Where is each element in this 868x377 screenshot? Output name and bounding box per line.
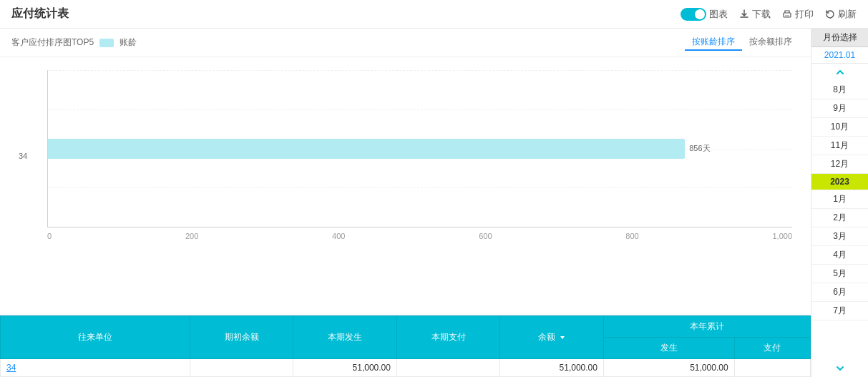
grid-line-2 (48, 109, 792, 110)
chart-toggle-label: 图表 (709, 8, 728, 21)
chevron-down-icon (834, 363, 846, 374)
table-body: 34 51,000.00 51,000.00 51,000.00 (1, 359, 811, 377)
sort-icon (559, 334, 566, 341)
grid-line-1 (48, 70, 792, 71)
main-content: 客户应付排序图TOP5 账龄 按账龄排序 按余额排序 (0, 29, 868, 377)
sort-by-age-btn[interactable]: 按账龄排序 (685, 34, 742, 51)
chart-sort-buttons: 按账龄排序 按余额排序 (685, 34, 799, 51)
x-label-4: 800 (625, 232, 638, 240)
y-axis-label: 34 (19, 152, 27, 160)
col-balance-header: 余额 (500, 316, 604, 359)
sidebar-month-12[interactable]: 12月 (811, 155, 868, 174)
table-section: 往来单位 期初余额 本期发生 本期支付 余额 本年累计 (0, 315, 811, 377)
chart-toggle-switch[interactable] (681, 8, 706, 21)
sidebar-month-1[interactable]: 1月 (811, 190, 868, 209)
sidebar-month-11[interactable]: 11月 (811, 137, 868, 155)
chart-inner: 856天 34 0 200 400 600 800 1,000 (11, 63, 799, 249)
table-header-row: 往来单位 期初余额 本期发生 本期支付 余额 本年累计 (1, 316, 811, 338)
legend-title: 客户应付排序图TOP5 (11, 36, 94, 49)
data-table: 往来单位 期初余额 本期发生 本期支付 余额 本年累计 (0, 315, 811, 377)
header-actions: 图表 下载 打印 刷新 (681, 8, 857, 21)
chart-legend: 客户应付排序图TOP5 账龄 (11, 36, 137, 49)
cell-ytd-occur: 51,000.00 (603, 359, 734, 377)
chart-section: 客户应付排序图TOP5 账龄 按账龄排序 按余额排序 (0, 29, 811, 377)
sidebar-month-8[interactable]: 8月 (811, 81, 868, 99)
legend-color-box (99, 39, 114, 47)
sidebar-month-5[interactable]: 5月 (811, 265, 868, 283)
legend-item-label: 账龄 (120, 36, 137, 49)
col-ytd-pay-header: 支付 (734, 338, 810, 359)
x-label-1: 200 (185, 232, 198, 240)
cell-opening (190, 359, 293, 377)
print-action[interactable]: 打印 (782, 8, 814, 21)
col-opening-header: 期初余额 (190, 316, 293, 359)
sidebar-header: 月份选择 (811, 29, 868, 47)
sidebar-month-7[interactable]: 7月 (811, 302, 868, 320)
cell-balance: 51,000.00 (500, 359, 604, 377)
table-wrapper: 往来单位 期初余额 本期发生 本期支付 余额 本年累计 (0, 315, 811, 377)
print-label: 打印 (795, 8, 814, 21)
page-title: 应付统计表 (11, 6, 69, 21)
grid-line-4 (48, 187, 792, 188)
sidebar-month-4[interactable]: 4月 (811, 246, 868, 265)
sidebar-month-10[interactable]: 10月 (811, 118, 868, 137)
chart-header: 客户应付排序图TOP5 账龄 按账龄排序 按余额排序 (0, 29, 811, 57)
cell-unit: 34 (1, 359, 190, 377)
svg-rect-1 (785, 15, 789, 16)
chevron-up-icon (834, 67, 846, 78)
right-sidebar: 月份选择 2021.01 8月 9月 10月 11月 12月 2023 1月 2… (811, 29, 868, 377)
sidebar-year-2023[interactable]: 2023 (811, 174, 868, 190)
bar-chart-container: 856天 34 0 200 400 600 800 1,000 (0, 57, 811, 315)
bar-row: 856天 (48, 139, 792, 159)
download-label: 下载 (752, 8, 771, 21)
x-label-3: 600 (479, 232, 492, 240)
sidebar-scroll-up-btn[interactable] (811, 64, 868, 81)
x-label-5: 1,000 (772, 232, 792, 240)
cell-payment (396, 359, 500, 377)
cell-ytd-pay (734, 359, 810, 377)
sidebar-month-2[interactable]: 2月 (811, 209, 868, 227)
bar-right-label: 856天 (689, 143, 710, 154)
sidebar-month-3[interactable]: 3月 (811, 227, 868, 246)
sidebar-month-6[interactable]: 6月 (811, 283, 868, 302)
col-occurrence-header: 本期发生 (293, 316, 397, 359)
col-ytd-occur-header: 发生 (603, 338, 734, 359)
x-axis: 0 200 400 600 800 1,000 (47, 229, 792, 249)
col-unit-header: 往来单位 (1, 316, 190, 359)
chart-plot: 856天 (47, 70, 792, 227)
refresh-icon (825, 9, 835, 19)
unit-link[interactable]: 34 (6, 363, 16, 373)
header: 应付统计表 图表 下载 打印 刷新 (0, 0, 868, 29)
sidebar-scroll-down-btn[interactable] (811, 360, 868, 377)
refresh-label: 刷新 (838, 8, 857, 21)
bar-fill (48, 139, 685, 159)
print-icon (782, 9, 792, 19)
x-label-2: 400 (332, 232, 345, 240)
col-payment-header: 本期支付 (396, 316, 500, 359)
x-label-0: 0 (47, 232, 52, 240)
refresh-action[interactable]: 刷新 (825, 8, 857, 21)
sort-by-balance-btn[interactable]: 按余额排序 (742, 34, 799, 51)
sidebar-month-9[interactable]: 9月 (811, 99, 868, 118)
chart-toggle-action[interactable]: 图表 (681, 8, 728, 21)
download-action[interactable]: 下载 (739, 8, 771, 21)
sidebar-year-display[interactable]: 2021.01 (811, 47, 868, 64)
sidebar-months: 8月 9月 10月 11月 12月 2023 1月 2月 3月 4月 5月 6月… (811, 81, 868, 360)
download-icon (739, 9, 749, 19)
col-ytd-header: 本年累计 (603, 316, 810, 338)
cell-occurrence: 51,000.00 (293, 359, 397, 377)
table-row: 34 51,000.00 51,000.00 51,000.00 (1, 359, 811, 377)
